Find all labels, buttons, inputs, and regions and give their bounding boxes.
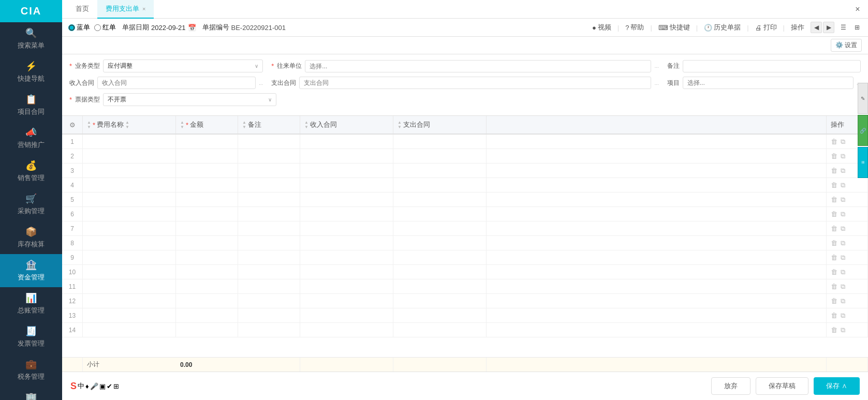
row-copy-7[interactable]: ⧉ — [841, 225, 845, 233]
row-expense-name-7[interactable] — [83, 221, 176, 235]
row-income-contract-7[interactable] — [300, 221, 393, 235]
window-close-btn[interactable]: × — [852, 4, 863, 14]
row-amount-3[interactable] — [176, 164, 238, 177]
row-expense-name-12[interactable] — [83, 294, 176, 308]
row-expense-contract-12[interactable] — [393, 294, 487, 308]
row-income-contract-12[interactable] — [300, 294, 393, 308]
row-remark-14[interactable] — [238, 323, 300, 337]
sidebar-item-发票管理[interactable]: 🧾 发票管理 — [0, 320, 62, 353]
row-remark-11[interactable] — [238, 279, 300, 293]
nav-prev-btn[interactable]: ◀ — [811, 22, 822, 33]
row-expense-name-6[interactable] — [83, 207, 176, 221]
row-expense-contract-3[interactable] — [393, 164, 487, 177]
row-copy-12[interactable]: ⧉ — [841, 297, 845, 305]
row-expense-name-9[interactable] — [83, 250, 176, 264]
row-remark-12[interactable] — [238, 294, 300, 308]
sidebar-item-营销推广[interactable]: 📣 营销推广 — [0, 122, 62, 155]
row-remark-13[interactable] — [238, 308, 300, 322]
income-contract-input[interactable] — [97, 77, 256, 89]
row-delete-5[interactable]: 🗑 — [831, 196, 837, 204]
row-remark-10[interactable] — [238, 265, 300, 279]
save-draft-button[interactable]: 保存草稿 — [756, 377, 808, 395]
sidebar-item-资金管理[interactable]: 🏦 资金管理 — [0, 254, 62, 287]
row-income-contract-5[interactable] — [300, 192, 393, 206]
ops-btn[interactable]: 操作 — [789, 22, 806, 33]
row-delete-10[interactable]: 🗑 — [831, 268, 837, 276]
row-delete-3[interactable]: 🗑 — [831, 167, 837, 175]
row-remark-9[interactable] — [238, 250, 300, 264]
row-amount-2[interactable] — [176, 149, 238, 163]
biz-type-select[interactable]: 应付调整 ∨ — [103, 60, 263, 72]
row-remark-1[interactable] — [238, 135, 300, 149]
row-expense-name-10[interactable] — [83, 265, 176, 279]
sidebar-item-库存核算[interactable]: 📦 库存核算 — [0, 221, 62, 254]
expense-contract-input[interactable] — [299, 77, 651, 89]
row-copy-11[interactable]: ⧉ — [841, 283, 845, 291]
row-expense-name-14[interactable] — [83, 323, 176, 337]
print-btn[interactable]: 🖨 打印 — [753, 22, 779, 33]
row-expense-name-11[interactable] — [83, 279, 176, 293]
row-expense-contract-7[interactable] — [393, 221, 487, 235]
row-amount-9[interactable] — [176, 250, 238, 264]
calendar-icon[interactable]: 📅 — [188, 24, 196, 32]
row-income-contract-13[interactable] — [300, 308, 393, 322]
view-list-btn[interactable]: ☰ — [838, 23, 848, 32]
row-copy-1[interactable]: ⧉ — [841, 138, 845, 146]
date-value[interactable]: 2022-09-21 — [151, 24, 186, 32]
sidebar-item-总账管理[interactable]: 📊 总账管理 — [0, 287, 62, 320]
row-expense-name-2[interactable] — [83, 149, 176, 163]
row-income-contract-3[interactable] — [300, 164, 393, 177]
row-delete-9[interactable]: 🗑 — [831, 254, 837, 262]
side-panel-btn-1[interactable]: ✎ — [858, 83, 868, 114]
row-amount-12[interactable] — [176, 294, 238, 308]
counterpart-input[interactable] — [305, 60, 651, 72]
row-delete-6[interactable]: 🗑 — [831, 210, 837, 218]
row-remark-6[interactable] — [238, 207, 300, 221]
row-delete-1[interactable]: 🗑 — [831, 138, 837, 146]
side-panel-btn-2[interactable]: 🔗 — [858, 115, 868, 146]
row-income-contract-4[interactable] — [300, 178, 393, 192]
sidebar-item-固定资产[interactable]: 🏢 固定资产 — [0, 387, 62, 400]
row-amount-8[interactable] — [176, 236, 238, 250]
row-income-contract-10[interactable] — [300, 265, 393, 279]
sidebar-item-快捷导航[interactable]: ⚡ 快捷导航 — [0, 55, 62, 88]
income-contract-more[interactable]: ... — [259, 80, 263, 86]
history-btn[interactable]: 🕐 历史单据 — [702, 22, 743, 33]
row-expense-name-13[interactable] — [83, 308, 176, 322]
row-remark-5[interactable] — [238, 192, 300, 206]
th-sort-expense-contract[interactable]: ▲ ▼ — [398, 121, 402, 129]
th-sort-amount[interactable]: ▲ ▼ — [180, 121, 184, 129]
nav-next-btn[interactable]: ▶ — [823, 22, 834, 33]
th-sort-expense2[interactable]: ▲ ▼ — [125, 121, 129, 129]
row-delete-12[interactable]: 🗑 — [831, 297, 837, 305]
row-copy-5[interactable]: ⧉ — [841, 196, 845, 204]
row-expense-contract-9[interactable] — [393, 250, 487, 264]
row-amount-11[interactable] — [176, 279, 238, 293]
project-input[interactable] — [683, 77, 854, 89]
row-delete-13[interactable]: 🗑 — [831, 312, 837, 320]
row-expense-contract-1[interactable] — [393, 135, 487, 149]
row-copy-3[interactable]: ⧉ — [841, 167, 845, 175]
row-amount-5[interactable] — [176, 192, 238, 206]
row-copy-4[interactable]: ⧉ — [841, 181, 845, 189]
row-income-contract-11[interactable] — [300, 279, 393, 293]
row-copy-8[interactable]: ⧉ — [841, 239, 845, 247]
blue-radio-input[interactable] — [68, 24, 75, 31]
discard-button[interactable]: 放弃 — [711, 377, 751, 395]
row-expense-contract-2[interactable] — [393, 149, 487, 163]
sidebar-item-搜索菜单[interactable]: 🔍 搜索菜单 — [0, 22, 62, 55]
row-expense-contract-6[interactable] — [393, 207, 487, 221]
settings-button[interactable]: ⚙️ 设置 — [831, 39, 862, 52]
row-income-contract-6[interactable] — [300, 207, 393, 221]
row-remark-2[interactable] — [238, 149, 300, 163]
row-expense-contract-11[interactable] — [393, 279, 487, 293]
invoice-type-select[interactable]: 不开票 ∨ — [103, 93, 276, 106]
row-income-contract-2[interactable] — [300, 149, 393, 163]
row-remark-4[interactable] — [238, 178, 300, 192]
row-delete-4[interactable]: 🗑 — [831, 181, 837, 189]
row-remark-8[interactable] — [238, 236, 300, 250]
row-income-contract-9[interactable] — [300, 250, 393, 264]
row-copy-14[interactable]: ⧉ — [841, 326, 845, 334]
row-income-contract-14[interactable] — [300, 323, 393, 337]
row-copy-2[interactable]: ⧉ — [841, 152, 845, 160]
